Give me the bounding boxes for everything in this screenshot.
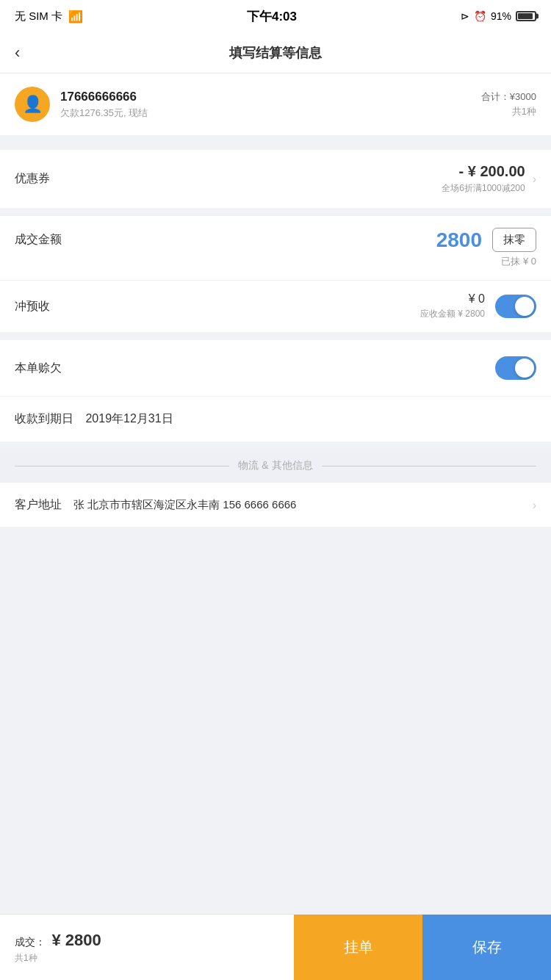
bottom-summary: 成交： ¥ 2800 共1种 [0, 931, 294, 965]
coupon-desc: 全场6折满1000减200 [442, 182, 525, 195]
customer-left: 👤 17666666666 欠款1276.35元, 现结 [15, 87, 148, 122]
debt-label: 本单赊欠 [15, 361, 62, 376]
logistics-divider: 物流 & 其他信息 [0, 449, 551, 483]
duedate-section: 收款到期日 2019年12月31日 [0, 396, 551, 442]
amount-sub: 已抹 ¥ 0 [15, 255, 536, 268]
deal-amount-section: 成交金额 2800 抹零 已抹 ¥ 0 [0, 216, 551, 281]
coupon-right: - ¥ 200.00 全场6折满1000减200 › [442, 163, 536, 195]
address-label: 客户地址 [15, 497, 66, 513]
toggle-knob [515, 297, 534, 316]
round-zero-button[interactable]: 抹零 [492, 228, 536, 252]
section-gap-3 [0, 333, 551, 340]
prepay-info: ¥ 0 应收金额 ¥ 2800 [420, 292, 485, 320]
customer-phone: 17666666666 [60, 90, 148, 104]
bottom-deal-count: 共1种 [15, 952, 279, 965]
empty-space [0, 527, 551, 615]
logistics-line-left [15, 466, 229, 466]
debt-section: 本单赊欠 [0, 340, 551, 396]
coupon-row[interactable]: 优惠券 - ¥ 200.00 全场6折满1000减200 › [0, 150, 551, 209]
prepay-right: ¥ 0 应收金额 ¥ 2800 [420, 292, 536, 320]
main-content: 👤 17666666666 欠款1276.35元, 现结 合计：¥3000 共1… [0, 73, 551, 688]
customer-info: 17666666666 欠款1276.35元, 现结 [60, 90, 148, 120]
logistics-text: 物流 & 其他信息 [238, 459, 312, 472]
time-display: 下午4:03 [247, 8, 297, 25]
wifi-icon: 📶 [68, 10, 83, 24]
location-icon: ⊳ [461, 10, 469, 22]
bottom-deal-amount: ¥ 2800 [51, 931, 101, 949]
status-left: 无 SIM 卡 📶 [15, 10, 83, 24]
coupon-chevron-icon: › [533, 173, 536, 186]
debt-toggle-knob [515, 359, 534, 378]
amount-right: 2800 抹零 [436, 228, 536, 252]
battery-icon [516, 11, 536, 21]
avatar: 👤 [15, 87, 50, 122]
address-chevron-icon: › [533, 499, 536, 512]
debt-toggle[interactable] [495, 356, 536, 380]
address-content: 张 北京市市辖区海淀区永丰南 156 6666 6666 [66, 496, 533, 514]
duedate-label: 收款到期日 [15, 412, 73, 425]
section-gap-2 [0, 209, 551, 216]
save-button[interactable]: 保存 [422, 915, 551, 980]
amount-value: 2800 [436, 228, 482, 252]
prepay-toggle[interactable] [495, 295, 536, 318]
page-title: 填写结算等信息 [229, 44, 322, 62]
battery-percent: 91% [491, 10, 511, 22]
prepay-label: 冲预收 [15, 299, 50, 314]
bottom-bar: 成交： ¥ 2800 共1种 挂单 保存 [0, 914, 551, 980]
bottom-btn-group: 挂单 保存 [294, 915, 551, 980]
section-gap-1 [0, 143, 551, 150]
customer-right: 合计：¥3000 共1种 [481, 90, 536, 118]
address-row[interactable]: 客户地址 张 北京市市辖区海淀区永丰南 156 6666 6666 › [0, 483, 551, 527]
amount-row: 成交金额 2800 抹零 [15, 228, 536, 252]
prepay-amount: ¥ 0 [420, 292, 485, 306]
coupon-label: 优惠券 [15, 171, 50, 187]
customer-card: 👤 17666666666 欠款1276.35元, 现结 合计：¥3000 共1… [0, 73, 551, 135]
total-label: 合计：¥3000 [481, 90, 536, 104]
section-gap-4 [0, 442, 551, 449]
coupon-amount: - ¥ 200.00 [442, 163, 525, 180]
avatar-icon: 👤 [23, 95, 43, 114]
customer-subtitle: 欠款1276.35元, 现结 [60, 107, 148, 120]
back-button[interactable]: ‹ [15, 43, 20, 62]
alarm-icon: ⏰ [474, 10, 486, 22]
amount-label: 成交金额 [15, 232, 62, 248]
prepay-section: 冲预收 ¥ 0 应收金额 ¥ 2800 [0, 281, 551, 333]
logistics-line-right [322, 466, 536, 466]
status-right: ⊳ ⏰ 91% [461, 10, 536, 22]
bottom-deal-row: 成交： ¥ 2800 [15, 931, 279, 950]
status-bar: 无 SIM 卡 📶 下午4:03 ⊳ ⏰ 91% [0, 0, 551, 32]
bottom-deal-label: 成交： [15, 936, 46, 948]
duedate-value: 2019年12月31日 [85, 412, 173, 425]
total-count: 共1种 [481, 105, 536, 118]
prepay-sub: 应收金额 ¥ 2800 [420, 308, 485, 320]
carrier-label: 无 SIM 卡 [15, 10, 62, 24]
pending-button[interactable]: 挂单 [294, 915, 422, 980]
page-header: ‹ 填写结算等信息 [0, 32, 551, 73]
